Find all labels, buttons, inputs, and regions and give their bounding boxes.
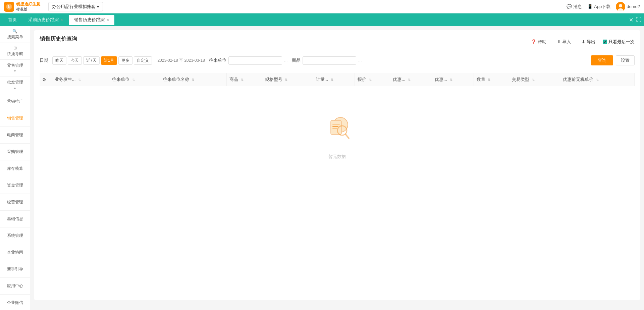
th-biz-date[interactable]: 业务发生... ⇅ [52, 73, 109, 86]
sidebar-item-wholesale[interactable]: 批发管理 ▴ [0, 76, 30, 93]
topbar: 财 畅捷通好生意 标准版 办公用品行业模拟账套 ▾ 💬 消息 📱 App下载 d… [0, 0, 644, 13]
date-btn-today[interactable]: 今天 [68, 56, 82, 65]
sidebar-item-enterprise[interactable]: 企业协同 [0, 244, 30, 261]
tab-sales-close[interactable]: × [107, 18, 109, 22]
goods-label: 商品 [292, 57, 301, 63]
sidebar-item-purchase[interactable]: 采购管理 [0, 144, 30, 160]
message-btn[interactable]: 💬 消息 [567, 4, 582, 10]
sidebar-item-finance[interactable]: 资金管理 [0, 177, 30, 194]
sidebar-item-sales[interactable]: 销售管理 [0, 110, 30, 127]
query-btn[interactable]: 查询 [591, 55, 613, 65]
date-btn-7days[interactable]: 近7天 [83, 56, 100, 65]
gear-icon[interactable]: ⚙ [42, 77, 46, 82]
sort-icon: ⇅ [450, 78, 452, 82]
filter-row: 日期 昨天 今天 近7天 近1月 更多 自定义 2023-02-18 至 202… [40, 52, 635, 69]
close-window-btn[interactable]: ✕ [629, 17, 633, 23]
sidebar-item-retail[interactable]: 零售管理 ▾ [0, 60, 30, 76]
data-table: ⚙ 业务发生... ⇅ 往来单位 ⇅ 往来单位名称 ⇅ [40, 73, 635, 86]
only-last-checkbox[interactable] [603, 40, 607, 44]
avatar [616, 2, 625, 11]
svg-rect-6 [331, 120, 341, 135]
import-btn[interactable]: ⬆ 导入 [554, 37, 574, 47]
partner-dots[interactable]: ... [284, 58, 288, 63]
tab-sales[interactable]: 销售历史价跟踪 × [69, 15, 114, 25]
th-discount1[interactable]: 优惠... ⇅ [390, 73, 432, 86]
only-last-checkbox-label[interactable]: 只看最后一次 [603, 39, 635, 45]
th-partner-code[interactable]: 往来单位 ⇅ [109, 73, 160, 86]
tab-purchase-close[interactable]: × [61, 18, 63, 22]
sidebar-item-inventory[interactable]: 库存核算 [0, 160, 30, 177]
topbar-left: 财 畅捷通好生意 标准版 办公用品行业模拟账套 ▾ [4, 2, 103, 12]
page-title: 销售历史价查询 [40, 36, 77, 43]
empty-text: 暂元数据 [328, 154, 346, 160]
account-dropdown[interactable]: 办公用品行业模拟账套 ▾ [48, 2, 103, 11]
th-price-notax[interactable]: 优惠前无税单价 ⇅ [560, 73, 634, 86]
th-trade-type[interactable]: 交易类型 ⇅ [509, 73, 560, 86]
tabbar: 首页 采购历史价跟踪 × 销售历史价跟踪 × ✕ ⛶ [0, 13, 644, 26]
user-menu[interactable]: demo2 [616, 2, 640, 11]
tab-purchase[interactable]: 采购历史价跟踪 × [23, 15, 68, 25]
empty-icon [322, 113, 352, 150]
date-btn-custom[interactable]: 自定义 [134, 56, 152, 65]
sort-icon: ⇅ [532, 78, 535, 82]
th-gear[interactable]: ⚙ [40, 73, 52, 86]
sidebar-item-basic-info[interactable]: 基础信息 [0, 211, 30, 227]
message-icon: 💬 [567, 4, 572, 9]
chevron-down-icon: ▾ [14, 69, 16, 73]
download-icon: 📱 [587, 4, 593, 9]
date-range-display: 2023-02-18 至 2023-03-18 [157, 58, 205, 63]
goods-dots[interactable]: ... [358, 58, 362, 63]
sidebar-item-guide[interactable]: 新手引导 [0, 261, 30, 278]
th-discount2[interactable]: 优惠... ⇅ [432, 73, 474, 86]
sidebar-item-marketing[interactable]: 营销推广 [0, 93, 30, 110]
goods-filter-field: 商品 ... [292, 56, 362, 65]
date-btn-yesterday[interactable]: 昨天 [52, 56, 66, 65]
sort-icon: ⇅ [241, 78, 244, 82]
tabbar-actions: ✕ ⛶ [629, 17, 641, 23]
sort-icon: ⇅ [596, 78, 599, 82]
empty-state: 暂元数据 [40, 86, 635, 187]
th-quote[interactable]: 报价 ⇅ [355, 73, 390, 86]
sidebar-item-wechat[interactable]: 企业微信 [0, 295, 30, 310]
sidebar-item-operations[interactable]: 经营管理 [0, 194, 30, 211]
sidebar-item-system[interactable]: 系统管理 [0, 227, 30, 244]
sort-icon: ⇅ [192, 78, 194, 82]
logo-icon: 财 [4, 2, 14, 12]
import-icon: ⬆ [557, 39, 561, 44]
th-spec[interactable]: 规格型号 ⇅ [262, 73, 313, 86]
partner-label: 往来单位 [209, 57, 226, 63]
sidebar-item-app-center[interactable]: 应用中心 [0, 278, 30, 295]
th-partner-name[interactable]: 往来单位名称 ⇅ [160, 73, 227, 86]
help-icon: ❓ [531, 39, 536, 44]
th-goods[interactable]: 商品 ⇅ [227, 73, 262, 86]
fullscreen-btn[interactable]: ⛶ [636, 17, 641, 23]
help-btn[interactable]: ❓ 帮助 [528, 37, 550, 47]
sort-icon: ⇅ [132, 78, 135, 82]
sort-icon: ⇅ [78, 78, 81, 82]
partner-input[interactable] [228, 56, 282, 65]
chevron-down-icon: ▾ [97, 4, 99, 9]
th-qty[interactable]: 数量 ⇅ [474, 73, 509, 86]
sidebar-item-ecommerce[interactable]: 电商管理 [0, 127, 30, 144]
chevron-up-icon: ▴ [14, 86, 16, 90]
date-options: 昨天 今天 近7天 近1月 更多 自定义 [52, 56, 152, 65]
date-btn-1month[interactable]: 近1月 [101, 56, 117, 65]
date-btn-more[interactable]: 更多 [118, 56, 132, 65]
goods-input[interactable] [303, 56, 356, 65]
setting-btn[interactable]: 设置 [616, 55, 635, 65]
page-card: 销售历史价查询 ❓ 帮助 ⬆ 导入 ⬇ 导出 [34, 30, 640, 300]
export-icon: ⬇ [582, 39, 585, 44]
sidebar-item-quick-nav[interactable]: ⊞ 快捷导航 [0, 43, 30, 60]
logo-area: 财 畅捷通好生意 标准版 [4, 2, 40, 12]
sort-icon: ⇅ [285, 78, 287, 82]
sidebar-item-search-menu[interactable]: 🔍 搜索菜单 [0, 26, 30, 43]
th-unit[interactable]: 计量... ⇅ [313, 73, 355, 86]
export-btn[interactable]: ⬇ 导出 [578, 37, 599, 47]
sort-icon: ⇅ [369, 78, 372, 82]
partner-filter-field: 往来单位 ... [209, 56, 288, 65]
app-download-btn[interactable]: 📱 App下载 [587, 4, 610, 10]
tab-home[interactable]: 首页 [3, 15, 22, 25]
content-area: 销售历史价查询 ❓ 帮助 ⬆ 导入 ⬇ 导出 [30, 26, 644, 310]
svg-point-3 [619, 4, 622, 7]
svg-text:财: 财 [7, 5, 11, 9]
